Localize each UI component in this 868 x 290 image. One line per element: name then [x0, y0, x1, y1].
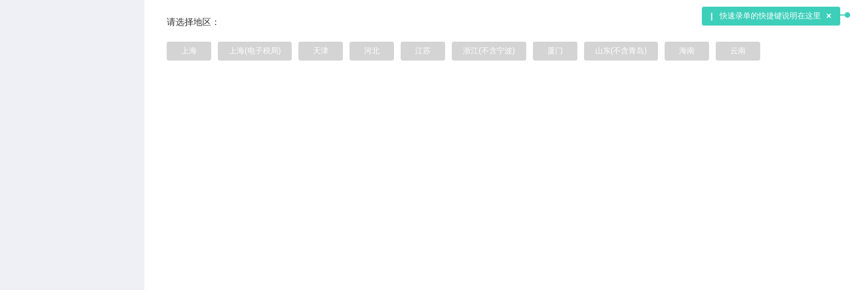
main-content: 请选择地区： 上海 上海(电子税局) 天津 河北 江苏 浙江(不含宁波) 厦门 … [144, 0, 868, 290]
tooltip-text: 快速录单的快捷键说明在这里 [720, 11, 821, 21]
region-grid: 上海 上海(电子税局) 天津 河北 江苏 浙江(不含宁波) 厦门 山东(不含青岛… [167, 42, 846, 61]
region-btn-hebei[interactable]: 河北 [350, 42, 394, 61]
tooltip-close-button[interactable]: × [826, 12, 831, 21]
region-btn-shanghai-etax[interactable]: 上海(电子税局) [218, 42, 292, 61]
region-btn-xiamen[interactable]: 厦门 [533, 42, 577, 61]
region-btn-zhejiang[interactable]: 浙江(不含宁波) [452, 42, 526, 61]
region-btn-tianjin[interactable]: 天津 [298, 42, 343, 61]
region-btn-hainan[interactable]: 海南 [665, 42, 709, 61]
region-btn-shanghai[interactable]: 上海 [167, 42, 211, 61]
sidebar [0, 0, 144, 290]
tooltip-banner: 快速录单的快捷键说明在这里 × [702, 7, 840, 26]
region-btn-jiangsu[interactable]: 江苏 [401, 42, 445, 61]
tooltip-connector-dot [845, 12, 850, 18]
region-btn-yunnan[interactable]: 云南 [716, 42, 760, 61]
region-btn-shandong[interactable]: 山东(不含青岛) [584, 42, 658, 61]
